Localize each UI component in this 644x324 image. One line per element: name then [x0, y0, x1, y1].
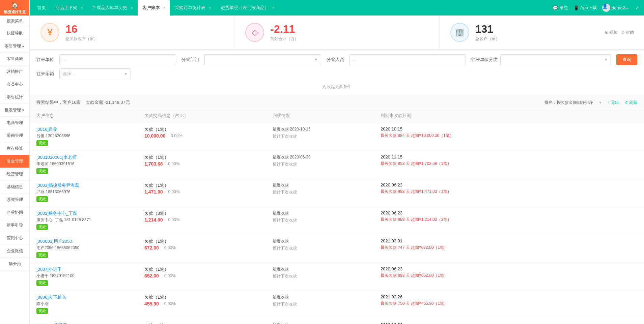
- filter-input-from-unit[interactable]: ···: [59, 54, 176, 65]
- due-date-6: 2020.06.23: [381, 266, 637, 271]
- sidebar-search[interactable]: 搜索菜单: [0, 16, 29, 27]
- sidebar-item-batch-mgmt[interactable]: 批发管理 ▼: [0, 104, 29, 117]
- topbar-tab-3[interactable]: 客户账本 ×: [138, 0, 170, 16]
- customer-name-8[interactable]: 黄思源: [54, 323, 67, 324]
- debt-amount-3[interactable]: 1,471.00: [144, 189, 163, 195]
- filter-select-unit-category[interactable]: ▼: [500, 54, 611, 65]
- close-icon-tab3[interactable]: ×: [163, 6, 165, 10]
- last-payment-6: 最近收款: [273, 266, 381, 272]
- customer-name-7[interactable]: 去下粮仓: [49, 295, 66, 300]
- filter-label-unit-category: 往来单位分类: [471, 57, 498, 63]
- customer-code-2[interactable]: [0001020001]: [36, 155, 63, 160]
- sidebar-item-basic-info[interactable]: 基础信息: [0, 181, 29, 194]
- sidebar-item-retail-stats[interactable]: 零售统计: [0, 91, 29, 104]
- sidebar-item-inventory[interactable]: 库存核算: [0, 142, 29, 155]
- stat-card-debt-amount: ◇ -2.11 欠款合计（万）: [234, 16, 439, 49]
- minimize-button[interactable]: —: [622, 4, 631, 12]
- customer-code-1[interactable]: [0016]: [36, 127, 49, 132]
- table-row: [000002]用户2050 用户2050 18665062050 现款 欠款（…: [30, 234, 644, 262]
- sidebar-item-operations[interactable]: 经营管理: [0, 168, 29, 181]
- video-button[interactable]: ◉ 视频: [605, 30, 617, 35]
- customer-code-7[interactable]: [0006]: [36, 295, 49, 300]
- debt-amount-2[interactable]: 1,703.68: [144, 161, 163, 167]
- query-button[interactable]: 查询: [616, 54, 637, 65]
- table-row: [0002]服务中心_丁磊 服务中心_丁磊 181 0125 8371 现款 欠…: [30, 206, 644, 234]
- overdue-link-6[interactable]: 超期¥652.00（1笔）: [411, 273, 448, 278]
- customer-name-2[interactable]: 李老师: [63, 155, 77, 160]
- filter-input-person[interactable]: ···: [349, 54, 466, 65]
- topbar-tab-2[interactable]: 产成品入库单历史 ×: [87, 0, 137, 16]
- stat-label-total-customers: 总客户（家）: [475, 36, 599, 42]
- sidebar-item-ecommerce[interactable]: 电商管理: [0, 117, 29, 129]
- sidebar-item-app-center[interactable]: 应用中心: [0, 232, 29, 245]
- customer-code-4[interactable]: [0002]: [36, 211, 49, 216]
- filter-select-balance[interactable]: 选择... ▼: [59, 68, 131, 79]
- user-profile-button[interactable]: 👤 demo2: [602, 4, 625, 12]
- customer-name-4[interactable]: 服务中心_丁磊: [49, 211, 77, 216]
- debt-ratio-5: 0.00%: [164, 245, 176, 250]
- sidebar-item-enterprise[interactable]: 企业协同: [0, 206, 29, 219]
- stat-info-2: -2.11 欠款合计（万）: [270, 23, 429, 42]
- customer-name-1[interactable]: 吕俊: [49, 127, 57, 132]
- debt-amount-6[interactable]: 652.00: [144, 273, 159, 278]
- topbar-home-tab[interactable]: 首页: [32, 0, 51, 16]
- overdue-info-7: 最长欠款 750 天 超期¥455.90（1笔）: [381, 301, 637, 306]
- customer-phone-4: 服务中心_丁磊 181 0125 8371: [36, 217, 144, 223]
- debt-amount-7[interactable]: 455.90: [144, 301, 159, 306]
- topbar-tab-5[interactable]: 进货单统计表（按商品） ×: [216, 0, 279, 16]
- overdue-link-1[interactable]: 超期¥10,000.00（1笔）: [411, 133, 454, 138]
- close-icon-tab4[interactable]: ×: [209, 6, 211, 10]
- overdue-link-7[interactable]: 超期¥455.90（1笔）: [411, 301, 448, 306]
- debt-info-8: 欠款（1笔） 429.00 0.00%: [144, 322, 273, 324]
- message-button[interactable]: 💬 消息: [553, 5, 568, 11]
- overdue-link-2[interactable]: 超期¥1,703.68（1笔）: [411, 161, 451, 166]
- sidebar-item-members[interactable]: 会员中心: [0, 78, 29, 91]
- refresh-button[interactable]: ↺ 刷新: [624, 100, 637, 106]
- debt-amount-1[interactable]: 10,000.00: [144, 133, 165, 139]
- filter-label-dept: 分管部门: [181, 57, 202, 63]
- app-download-button[interactable]: 📱 App下载: [573, 5, 597, 11]
- customer-code-5[interactable]: [000002]: [36, 239, 54, 244]
- due-date-4: 2020.06.23: [381, 210, 637, 215]
- sidebar-item-system[interactable]: 系统管理: [0, 194, 29, 206]
- customer-phone-7: 陈小刚: [36, 301, 144, 307]
- debt-amount-5[interactable]: 672.00: [144, 245, 159, 251]
- due-info-2: 2020.11.15 最长欠款 853 天 超期¥1,703.68（1笔）: [381, 154, 637, 167]
- close-icon-tab2[interactable]: ×: [131, 6, 133, 10]
- filter-select-dept[interactable]: ▼: [204, 54, 321, 65]
- last-payment-3: 最近收款: [273, 182, 381, 188]
- sidebar-item-finance[interactable]: 资金管理: [0, 155, 29, 168]
- customer-tag-6: 现款: [36, 280, 48, 286]
- chevron-down-icon2: ▼: [604, 57, 608, 62]
- sidebar-item-purchase[interactable]: 采购管理: [0, 129, 29, 142]
- debt-info-4: 欠款（3笔） 1,214.00 0.00%: [144, 210, 273, 223]
- collapse-more-conditions[interactable]: ⋀ 收起更多条件: [36, 83, 637, 91]
- customer-code-6[interactable]: [0007]: [36, 267, 49, 272]
- sidebar-item-guide[interactable]: 新手引导: [0, 219, 29, 232]
- sidebar-item-enterprise-wx[interactable]: 企业微信: [0, 245, 29, 258]
- customer-code-3[interactable]: [0003]: [36, 183, 49, 188]
- close-icon-tab1[interactable]: ×: [81, 6, 83, 10]
- customer-code-8[interactable]: [000001]: [36, 323, 54, 324]
- customer-name-6[interactable]: 小进千: [49, 267, 62, 272]
- sidebar-item-marketing[interactable]: 营销推广: [0, 65, 29, 78]
- debt-amount-4[interactable]: 1,214.00: [144, 217, 163, 223]
- customer-name-5[interactable]: 用户2050: [54, 239, 72, 244]
- maximize-button[interactable]: ⤢: [633, 4, 641, 12]
- help-button[interactable]: ⊙ 帮助: [621, 30, 634, 35]
- topbar-tab-4[interactable]: 采购订单统计表 ×: [170, 0, 216, 16]
- last-payment-4: 最近收款: [273, 210, 381, 216]
- topbar-tab-1[interactable]: 商品上下架 ×: [51, 0, 87, 16]
- sidebar-item-retail-mgmt[interactable]: 零售管理 ▲: [0, 40, 29, 53]
- sidebar-item-retail-store[interactable]: 零售商城: [0, 53, 29, 65]
- export-button[interactable]: ↑ 导出: [608, 100, 619, 106]
- last-payment-8: 最近收款: [273, 322, 381, 324]
- stat-icon-3: 🏢: [450, 22, 470, 42]
- overdue-link-4[interactable]: 超期¥1,214.00（3笔）: [411, 217, 451, 222]
- customer-name-3[interactable]: 畅捷服务尹海蕊: [49, 183, 79, 188]
- sidebar-item-quick-nav[interactable]: 快捷导航: [0, 27, 29, 40]
- close-icon-tab5[interactable]: ×: [272, 6, 274, 10]
- sidebar-item-member-vip[interactable]: 畅会员: [0, 258, 29, 270]
- overdue-link-5[interactable]: 超期¥672.00（1笔）: [411, 245, 448, 250]
- overdue-link-3[interactable]: 超期¥1,471.00（1笔）: [411, 189, 451, 194]
